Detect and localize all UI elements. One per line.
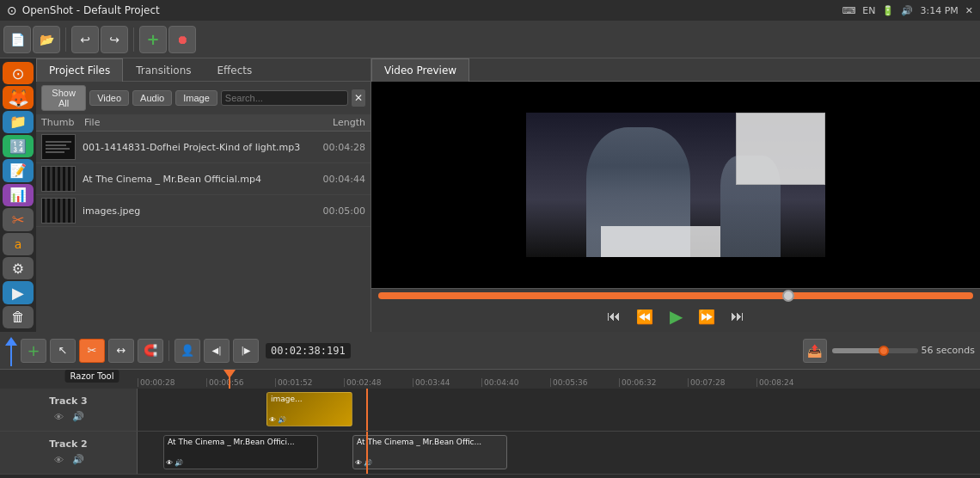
- ruler-mark: 00:07:28: [688, 378, 756, 387]
- timeline-separator: [168, 340, 169, 361]
- ruler-mark: 00:02:48: [344, 378, 413, 387]
- titlebar-left: ⊙ OpenShot - Default Project: [7, 3, 160, 17]
- writer-app-icon[interactable]: 📝: [3, 159, 34, 181]
- titlebar-title: OpenShot - Default Project: [22, 4, 160, 16]
- thumb-column-header: Thumb: [41, 117, 84, 128]
- toolbar-separator-1: [65, 28, 66, 52]
- ruler-mark: 00:05:36: [550, 378, 619, 387]
- file-row[interactable]: images.jpeg 00:05:00: [36, 195, 371, 227]
- openshot-sidebar-icon[interactable]: ✂: [3, 208, 34, 230]
- redo-button[interactable]: ↪: [101, 26, 128, 53]
- project-panel: Project Files Transitions Effects Show A…: [36, 58, 371, 332]
- zoom-knob[interactable]: [879, 346, 889, 356]
- ruler-mark: 00:04:40: [481, 378, 550, 387]
- file-row[interactable]: 001-1414831-Dofhei Project-Kind of light…: [36, 132, 371, 163]
- trash-app-icon[interactable]: 🗑: [3, 306, 34, 328]
- main-toolbar: 📄 📂 ↩ ↪ + ⏺: [0, 21, 980, 58]
- ruler-mark: 00:08:24: [756, 378, 825, 387]
- titlebar-right: ⌨ EN 🔋 🔊 3:14 PM ✕: [842, 5, 973, 16]
- zoom-slider[interactable]: [832, 348, 918, 353]
- clip-1-audio-icon: 🔊: [175, 459, 183, 467]
- add-track-btn[interactable]: +: [21, 339, 46, 363]
- calc-app-icon[interactable]: 🔢: [3, 135, 34, 157]
- timeline-area: + ↖ ✂ Razor Tool ↔ 🧲 👤 ◀| |▶ 00:02:38:19…: [0, 332, 980, 478]
- effects-tab[interactable]: Effects: [205, 58, 266, 82]
- track-3-row: Track 3 👁 🔊 image... 👁 🔊: [0, 389, 980, 432]
- toolbar-separator-2: [133, 28, 134, 52]
- audio-filter-btn[interactable]: Audio: [132, 90, 172, 106]
- image-filter-btn[interactable]: Image: [175, 90, 217, 106]
- project-files-tab[interactable]: Project Files: [36, 58, 123, 82]
- track-2-mute-btn[interactable]: 🔊: [70, 452, 86, 468]
- track-3-name: Track 3: [49, 395, 87, 407]
- move-tool-btn[interactable]: ↔: [108, 339, 134, 363]
- firefox-app-icon[interactable]: 🦊: [3, 86, 34, 108]
- amazon-app-icon[interactable]: a: [3, 233, 34, 255]
- close-window-icon[interactable]: ✕: [965, 5, 973, 16]
- search-input[interactable]: [221, 90, 348, 106]
- ruler-playhead-arrow: [224, 370, 236, 378]
- open-button[interactable]: 📂: [33, 26, 60, 53]
- video-filter-btn[interactable]: Video: [89, 90, 129, 106]
- main-content: ⊙ 🦊 📁 🔢 📝 📊 ✂ a ⚙ ▶ 🗑 Project Files Tran…: [0, 58, 980, 332]
- scrubber-bar[interactable]: [378, 292, 973, 299]
- ruler-mark: 00:03:44: [413, 378, 481, 387]
- file-3-name: images.jpeg: [83, 205, 314, 217]
- timeline-right-controls: 📤 56 seconds: [803, 339, 975, 363]
- transitions-tab[interactable]: Transitions: [123, 58, 204, 82]
- track-2-eye-btn[interactable]: 👁: [52, 452, 67, 468]
- files-app-icon[interactable]: 📁: [3, 111, 34, 133]
- file-row[interactable]: At The Cinema _ Mr.Bean Official.mp4 00:…: [36, 163, 371, 195]
- export-btn[interactable]: 📤: [803, 339, 827, 363]
- media-app-icon[interactable]: ▶: [3, 281, 34, 303]
- prev-marker-btn[interactable]: ◀|: [204, 339, 230, 363]
- scrubber-knob[interactable]: [782, 290, 794, 302]
- timeline-playhead-line: [366, 389, 368, 431]
- next-frame-btn[interactable]: ⏩: [695, 304, 719, 328]
- clip-audio-icon: 🔊: [278, 416, 286, 424]
- file-2-thumb: [41, 166, 76, 192]
- next-marker-btn[interactable]: |▶: [233, 339, 259, 363]
- undo-button[interactable]: ↩: [71, 26, 99, 53]
- mrbean-clip-2[interactable]: At The Cinema _ Mr.Bean Offic... 👁 🔊: [352, 435, 507, 469]
- clip-icons: 👁 🔊: [269, 416, 286, 424]
- filter-bar: Show All Video Audio Image ✕: [36, 82, 371, 114]
- ruler-mark: 00:06:32: [619, 378, 688, 387]
- track-3-controls: 👁 🔊: [52, 409, 86, 425]
- razor-tool-btn[interactable]: ✂ Razor Tool: [79, 339, 105, 363]
- track-2-name: Track 2: [49, 438, 87, 450]
- file-1-thumb: [41, 134, 76, 160]
- impress-app-icon[interactable]: 📊: [3, 184, 34, 206]
- add-button[interactable]: +: [139, 26, 167, 53]
- razor-tool-tooltip: Razor Tool: [65, 370, 119, 383]
- video-preview-tab[interactable]: Video Preview: [371, 58, 469, 82]
- clip-2-label: At The Cinema _ Mr.Bean Offic...: [357, 438, 503, 446]
- track-2-row: Track 2 👁 🔊 At The Cinema _ Mr.Bean Offi…: [0, 432, 980, 475]
- ruler-mark: 00:01:52: [275, 378, 344, 387]
- show-all-btn[interactable]: Show All: [41, 85, 86, 111]
- snap-btn[interactable]: 🧲: [138, 339, 163, 363]
- ruler-mark: 00:00:28: [138, 378, 206, 387]
- timeline-time: 00:02:38:191: [266, 343, 351, 358]
- prev-frame-btn[interactable]: ⏪: [633, 304, 657, 328]
- settings-app-icon[interactable]: ⚙: [3, 257, 34, 279]
- ruler-mark: 00:00:56: [206, 378, 275, 387]
- select-tool-btn[interactable]: ↖: [50, 339, 76, 363]
- clear-search-btn[interactable]: ✕: [352, 89, 365, 107]
- track-3-mute-btn[interactable]: 🔊: [70, 409, 86, 425]
- ubuntu-app-icon[interactable]: ⊙: [3, 62, 34, 84]
- mrbean-clip-1[interactable]: At The Cinema _ Mr.Bean Offici... 👁 🔊: [163, 435, 318, 469]
- files-table-header: Thumb File Length: [36, 114, 371, 132]
- file-2-name: At The Cinema _ Mr.Bean Official.mp4: [83, 174, 314, 185]
- panel-tabs: Project Files Transitions Effects: [36, 58, 371, 82]
- add-marker-btn[interactable]: 👤: [175, 339, 200, 363]
- record-button[interactable]: ⏺: [168, 26, 196, 53]
- jump-end-btn[interactable]: ⏭: [726, 304, 750, 328]
- images-clip[interactable]: image... 👁 🔊: [266, 392, 352, 426]
- ruler-playhead: [229, 370, 230, 389]
- track-3-eye-btn[interactable]: 👁: [52, 409, 67, 425]
- new-button[interactable]: 📄: [3, 26, 31, 53]
- jump-start-btn[interactable]: ⏮: [602, 304, 626, 328]
- play-btn[interactable]: ▶: [664, 304, 688, 328]
- titlebar: ⊙ OpenShot - Default Project ⌨ EN 🔋 🔊 3:…: [0, 0, 980, 21]
